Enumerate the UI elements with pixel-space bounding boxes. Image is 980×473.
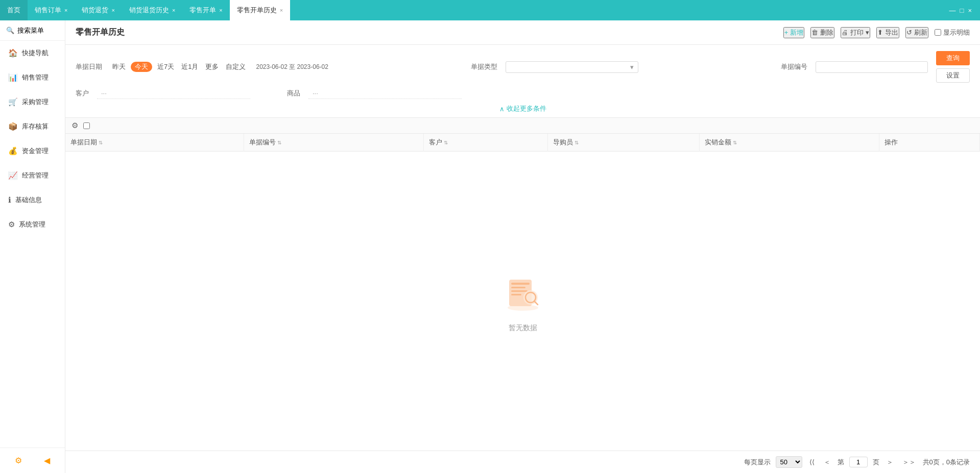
svg-rect-5 — [511, 294, 521, 295]
date-option-近7天[interactable]: 近7天 — [155, 62, 176, 72]
bill-type-dropdown-icon: ▾ — [630, 63, 634, 71]
top-bar: 首页销售订单×销货退货×销货退货历史×零售开单×零售开单历史× — □ × — [0, 0, 980, 20]
sort-icon: ⇅ — [733, 140, 737, 145]
sidebar-icon: 📈 — [8, 171, 18, 180]
export-button[interactable]: ⬆ 导出 — [876, 27, 899, 38]
tab-销货退货历史[interactable]: 销货退货历史× — [122, 0, 182, 20]
bill-no-label: 单据编号 — [781, 62, 807, 71]
per-page-label: 每页显示 — [744, 458, 771, 467]
sort-icon: ⇅ — [277, 140, 281, 145]
tab-bar: 首页销售订单×销货退货×销货退货历史×零售开单×零售开单历史× — [0, 0, 949, 20]
col-header-导购员[interactable]: 导购员⇅ — [547, 134, 699, 152]
refresh-button[interactable]: ↺ 刷新 — [905, 27, 928, 38]
tab-close-icon[interactable]: × — [172, 7, 175, 13]
col-header-操作: 操作 — [879, 134, 980, 152]
page-number-input[interactable]: 1 — [849, 457, 868, 467]
settings-icon[interactable]: ⚙ — [15, 456, 22, 465]
sidebar-item-销售管理[interactable]: 📊销售管理 — [0, 65, 65, 90]
prev-page-button[interactable]: ＜ — [822, 457, 832, 468]
display-detail-checkbox[interactable] — [935, 29, 941, 36]
tab-销售订单[interactable]: 销售订单× — [28, 0, 75, 20]
sidebar-item-系统管理[interactable]: ⚙系统管理 — [0, 212, 65, 237]
customer-label: 客户 — [76, 89, 89, 98]
sidebar-icon: 🏠 — [8, 48, 18, 58]
sidebar-item-快捷导航[interactable]: 🏠快捷导航 — [0, 41, 65, 65]
pagination-bar: 每页显示 102050100 ⟨⟨ ＜ 第 1 页 ＞ ＞＞ 共0页，0条记录 — [65, 451, 980, 473]
sidebar-icon: 📊 — [8, 73, 18, 82]
date-option-更多[interactable]: 更多 — [203, 62, 221, 72]
first-page-button[interactable]: ⟨⟨ — [807, 457, 817, 467]
page-title: 零售开单历史 — [76, 27, 783, 38]
goods-input[interactable]: ··· — [308, 88, 462, 99]
maximize-button[interactable]: □ — [960, 7, 964, 14]
date-option-自定义[interactable]: 自定义 — [224, 62, 248, 72]
svg-rect-4 — [511, 290, 528, 292]
export-icon: ⬆ — [877, 29, 883, 36]
select-all-checkbox[interactable] — [83, 122, 90, 129]
sidebar-item-label: 经营管理 — [22, 171, 49, 180]
svg-rect-2 — [511, 283, 530, 285]
collapse-button[interactable]: ∧ 收起更多条件 — [499, 104, 546, 113]
page-prefix-label: 第 — [838, 458, 844, 467]
page-suffix-label: 页 — [873, 458, 879, 467]
sidebar-icon: 💰 — [8, 146, 18, 156]
per-page-select[interactable]: 102050100 — [776, 456, 802, 468]
delete-button[interactable]: 🗑 删除 — [810, 27, 834, 38]
print-icon: 🖨 — [842, 29, 848, 36]
tab-首页[interactable]: 首页 — [0, 0, 28, 20]
tab-零售开单[interactable]: 零售开单× — [182, 0, 229, 20]
next-page-button[interactable]: ＞ — [885, 457, 895, 468]
sidebar-item-库存核算[interactable]: 📦库存核算 — [0, 114, 65, 139]
sidebar-bottom: ⚙ ◀ — [0, 447, 65, 473]
search-menu-button[interactable]: 🔍 搜索菜单 — [0, 20, 65, 41]
sidebar-item-基础信息[interactable]: ℹ基础信息 — [0, 188, 65, 212]
empty-text: 暂无数据 — [509, 323, 537, 333]
sidebar: 🔍 搜索菜单 🏠快捷导航📊销售管理🛒采购管理📦库存核算💰资金管理📈经营管理ℹ基础… — [0, 20, 65, 473]
col-header-实销金额[interactable]: 实销金额⇅ — [700, 134, 879, 152]
window-close-button[interactable]: × — [968, 7, 972, 14]
col-header-单据日期[interactable]: 单据日期⇅ — [65, 134, 244, 152]
display-detail-toggle[interactable]: 显示明细 — [935, 28, 970, 37]
sidebar-item-label: 快捷导航 — [22, 48, 49, 58]
add-button[interactable]: + 新增 — [783, 27, 804, 38]
tab-零售开单历史[interactable]: 零售开单历史× — [230, 0, 290, 20]
date-option-今天[interactable]: 今天 — [131, 62, 152, 72]
col-header-单据编号[interactable]: 单据编号⇅ — [244, 134, 424, 152]
date-option-近1月[interactable]: 近1月 — [179, 62, 200, 72]
setting-button[interactable]: 设置 — [936, 68, 970, 83]
main-layout: 🔍 搜索菜单 🏠快捷导航📊销售管理🛒采购管理📦库存核算💰资金管理📈经营管理ℹ基础… — [0, 20, 980, 473]
tab-close-icon[interactable]: × — [280, 7, 283, 13]
sidebar-icon: ⚙ — [8, 220, 15, 229]
svg-rect-3 — [511, 287, 525, 288]
col-header-客户[interactable]: 客户⇅ — [424, 134, 548, 152]
customer-input[interactable]: ··· — [97, 88, 250, 99]
sidebar-item-采购管理[interactable]: 🛒采购管理 — [0, 90, 65, 114]
sidebar-icon: 🛒 — [8, 97, 18, 107]
sidebar-item-label: 库存核算 — [22, 122, 49, 131]
sidebar-item-label: 基础信息 — [15, 195, 42, 205]
tab-close-icon[interactable]: × — [219, 7, 222, 13]
date-option-昨天[interactable]: 昨天 — [110, 62, 128, 72]
minimize-button[interactable]: — — [949, 7, 956, 14]
last-page-button[interactable]: ＞＞ — [900, 457, 918, 468]
query-button[interactable]: 查询 — [936, 51, 970, 65]
print-button[interactable]: 🖨 打印 ▾ — [841, 27, 870, 38]
sidebar-item-资金管理[interactable]: 💰资金管理 — [0, 139, 65, 163]
bill-type-label: 单据类型 — [471, 62, 497, 71]
content-area: 零售开单历史 + 新增 🗑 删除 🖨 打印 ▾ ⬆ 导出 ↺ — [65, 20, 980, 473]
tab-close-icon[interactable]: × — [64, 7, 67, 13]
sidebar-item-label: 系统管理 — [19, 220, 45, 229]
refresh-icon: ↺ — [906, 29, 912, 36]
delete-icon: 🗑 — [811, 29, 818, 36]
header-actions: + 新增 🗑 删除 🖨 打印 ▾ ⬆ 导出 ↺ 刷新 — [783, 27, 970, 38]
sidebar-item-经营管理[interactable]: 📈经营管理 — [0, 163, 65, 188]
table-settings-icon[interactable]: ⚙ — [71, 121, 78, 130]
data-table: 单据日期⇅单据编号⇅客户⇅导购员⇅实销金额⇅操作 — [65, 134, 980, 152]
tab-close-icon[interactable]: × — [111, 7, 114, 13]
collapse-icon[interactable]: ◀ — [44, 456, 50, 465]
bill-no-input[interactable] — [816, 61, 928, 73]
sort-icon: ⇅ — [444, 140, 448, 145]
sidebar-icon: ℹ — [8, 195, 11, 205]
tab-销货退货[interactable]: 销货退货× — [75, 0, 122, 20]
bill-type-select[interactable]: ▾ — [506, 61, 638, 73]
